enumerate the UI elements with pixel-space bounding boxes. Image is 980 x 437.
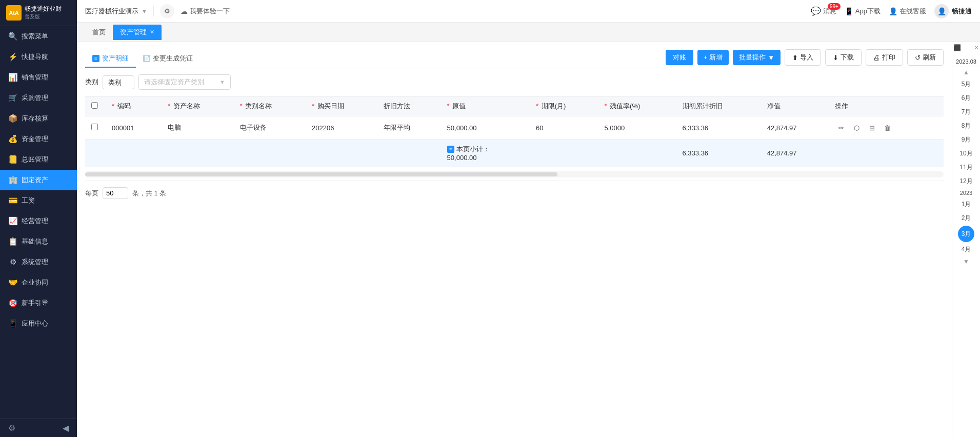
payroll-icon: 💳	[8, 196, 17, 205]
rs-scroll-up[interactable]: ▲	[961, 67, 971, 77]
copy-icon[interactable]: ⬡	[850, 122, 863, 134]
tabbar: 首页 资产管理 ✕	[77, 23, 980, 42]
message-button[interactable]: 💬 消息 99+	[811, 6, 836, 16]
rs-month-3-active[interactable]: 3月	[958, 226, 974, 242]
search-icon: 🔍	[8, 32, 17, 41]
sidebar-item-quick-nav[interactable]: ⚡ 快捷导航	[0, 47, 77, 67]
sidebar-item-enterprise[interactable]: 🤝 企业协同	[0, 272, 77, 293]
select-all-checkbox[interactable]	[91, 102, 98, 109]
th-name: * 资产名称	[162, 96, 233, 116]
rs-month-4[interactable]: 4月	[952, 243, 980, 256]
logo-icon: AtA	[6, 5, 22, 21]
batch-ops-button[interactable]: 批量操作 ▼	[733, 50, 781, 65]
sidebar-item-label: 销售管理	[22, 73, 48, 82]
sidebar-item-search[interactable]: 🔍 搜索菜单	[0, 26, 77, 47]
sidebar-item-label: 快捷导航	[22, 52, 48, 62]
sub-tab-asset-detail[interactable]: ≡ 资产明细	[85, 50, 136, 68]
sidebar-item-ledger[interactable]: 📒 总账管理	[0, 149, 77, 170]
logo-title: 畅捷通好业财	[25, 5, 62, 13]
rs-month-1[interactable]: 1月	[952, 197, 980, 211]
td-subtotal-empty-5	[306, 140, 377, 167]
add-new-button[interactable]: + 新增	[697, 50, 729, 65]
td-subtotal-empty-8	[598, 140, 676, 167]
download-label: 下载	[841, 53, 854, 62]
more-icon[interactable]: ⊞	[866, 122, 878, 134]
sidebar-item-sales[interactable]: 📊 销售管理	[0, 67, 77, 88]
rs-month-5[interactable]: 5月	[952, 77, 980, 91]
th-depreciation-method: 折旧方法	[377, 96, 441, 116]
subtotal-icon: ≡	[447, 146, 454, 153]
tab-home[interactable]: 首页	[85, 25, 113, 40]
sidebar-item-fixed-assets[interactable]: 🏢 固定资产	[0, 170, 77, 190]
dropdown-icon: ▼	[219, 79, 225, 85]
sidebar-item-label: 采购管理	[22, 93, 48, 103]
edit-icon[interactable]: ✏	[835, 122, 847, 134]
sidebar-item-operations[interactable]: 📈 经营管理	[0, 211, 77, 231]
row-checkbox[interactable]	[91, 124, 98, 130]
sidebar-item-inventory[interactable]: 📦 库存核算	[0, 108, 77, 129]
rs-month-12[interactable]: 12月	[952, 174, 980, 188]
rs-scroll-down[interactable]: ▼	[961, 256, 971, 267]
message-icon: 💬	[811, 6, 821, 16]
experience-link[interactable]: ☁ 我要体验一下	[181, 7, 230, 16]
rs-month-8[interactable]: 8月	[952, 119, 980, 133]
tab-asset-mgmt[interactable]: 资产管理 ✕	[113, 25, 162, 40]
scrollbar-thumb	[85, 172, 557, 176]
online-service-button[interactable]: 👤 在线客服	[889, 7, 926, 16]
close-calendar-icon[interactable]: ✕	[974, 44, 979, 51]
refresh-label: 刷新	[923, 53, 936, 62]
rs-month-11[interactable]: 11月	[952, 161, 980, 174]
delete-icon[interactable]: 🗑	[881, 122, 893, 134]
td-subtotal-empty-1	[85, 140, 106, 167]
rs-year-2023: 2023	[952, 188, 980, 197]
rs-month-7[interactable]: 7月	[952, 105, 980, 119]
td-subtotal-empty-6	[377, 140, 441, 167]
message-badge: 99+	[828, 3, 841, 10]
sidebar-item-guide[interactable]: 🎯 新手引导	[0, 293, 77, 313]
funds-icon: 💰	[8, 134, 17, 144]
page-size-label: 每页	[85, 189, 98, 198]
rs-nav: ▲ 5月 6月 7月 8月 9月 10月 11月 12月 2023 1月 2月 …	[952, 67, 980, 267]
sidebar-item-payroll[interactable]: 💳 工资	[0, 190, 77, 211]
sidebar-item-label: 库存核算	[22, 114, 48, 123]
sub-tab-voucher[interactable]: 📄 变更生成凭证	[136, 50, 200, 68]
total-label: 条，共 1 条	[132, 189, 166, 198]
company-name: 医疗器械行业演示	[85, 7, 138, 16]
reconcile-button[interactable]: 对账	[666, 50, 693, 65]
td-code: 000001	[106, 116, 162, 140]
horizontal-scrollbar[interactable]	[85, 171, 944, 177]
import-button[interactable]: ⬆ 导入	[785, 49, 821, 66]
sidebar-item-label: 搜索菜单	[22, 32, 48, 41]
quick-nav-icon: ⚡	[8, 52, 17, 62]
sidebar-item-purchase[interactable]: 🛒 采购管理	[0, 88, 77, 108]
td-accumulated-depreciation: 6,333.36	[676, 116, 761, 140]
rs-month-9[interactable]: 9月	[952, 133, 980, 147]
refresh-button[interactable]: ↺ 刷新	[907, 49, 944, 66]
rs-month-10[interactable]: 10月	[952, 147, 980, 161]
import-icon: ⬆	[792, 54, 798, 62]
download-icon: 📱	[845, 7, 853, 15]
rs-month-6[interactable]: 6月	[952, 91, 980, 105]
rs-month-2[interactable]: 2月	[952, 211, 980, 225]
basic-info-icon: 📋	[8, 237, 17, 246]
filter-category-select[interactable]: 类别	[103, 75, 134, 89]
app-download-button[interactable]: 📱 App下载	[845, 7, 881, 16]
expand-icon[interactable]: ⬛	[953, 44, 961, 51]
sidebar-item-system[interactable]: ⚙ 系统管理	[0, 252, 77, 272]
sidebar-item-funds[interactable]: 💰 资金管理	[0, 129, 77, 149]
th-residual-rate: * 残值率(%)	[598, 96, 676, 116]
settings-button[interactable]: ⚙	[160, 4, 174, 18]
user-menu[interactable]: 👤 畅捷通	[934, 4, 972, 18]
collapse-icon[interactable]: ◀	[63, 423, 69, 433]
tab-close-icon[interactable]: ✕	[150, 29, 154, 35]
sidebar-item-app-center[interactable]: 📱 应用中心	[0, 313, 77, 334]
print-button[interactable]: 🖨 打印	[866, 49, 903, 66]
settings-icon[interactable]: ⚙	[8, 423, 15, 433]
company-selector[interactable]: 医疗器械行业演示 ▼	[85, 7, 147, 16]
filter-asset-type[interactable]: 请选择固定资产类别 ▼	[138, 74, 231, 90]
page-size-select[interactable]: 50 20 100	[103, 187, 128, 199]
sidebar-item-basic-info[interactable]: 📋 基础信息	[0, 231, 77, 252]
td-subtotal-empty-4	[234, 140, 306, 167]
download-button[interactable]: ⬇ 下载	[825, 49, 862, 66]
topbar-divider	[153, 6, 154, 16]
